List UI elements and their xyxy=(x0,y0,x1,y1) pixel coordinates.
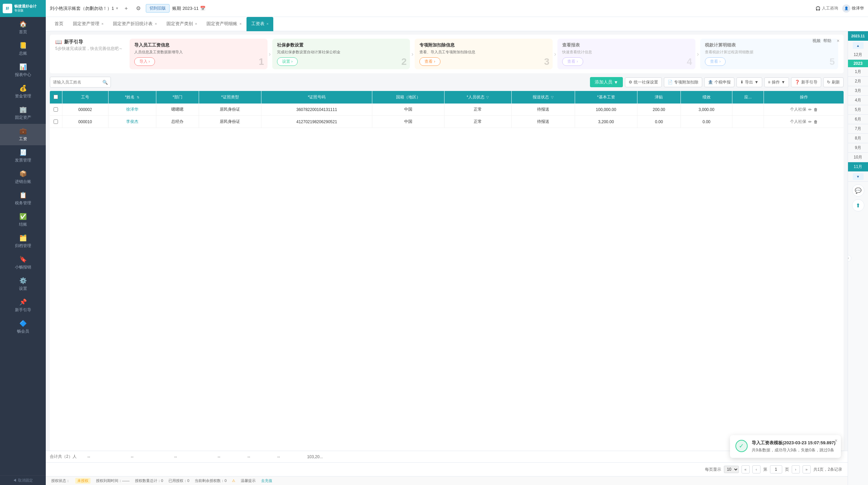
page-next-btn[interactable]: › xyxy=(792,465,800,473)
tab-home[interactable]: 首页 xyxy=(50,17,68,31)
tab-fixed-assets-close[interactable]: × xyxy=(101,22,103,26)
sidebar-item-home[interactable]: 🏠 首页 xyxy=(0,17,46,38)
step-4-btn[interactable]: 查看 › xyxy=(562,57,583,66)
newguide-label: 新手引导 xyxy=(801,79,817,85)
sidebar-label-archive: 归档管理 xyxy=(15,243,31,249)
page-last-btn[interactable]: » xyxy=(803,465,811,473)
period-info: 授权到期时间：—— xyxy=(96,478,130,483)
panel-expand-btn[interactable]: « xyxy=(848,255,851,262)
cal-month-2[interactable]: 2月 xyxy=(848,77,868,86)
cal-down-btn[interactable]: ▼ xyxy=(853,173,864,180)
service-btn[interactable]: 🎧 人工咨询 xyxy=(815,5,838,11)
sidebar-item-tax[interactable]: 📋 税务管理 xyxy=(0,188,46,209)
sidebar-item-ledger[interactable]: 📒 总账 xyxy=(0,38,46,60)
guide-close-btn[interactable]: × xyxy=(837,38,840,43)
supplement-btn[interactable]: 📄 专项附加扣除 xyxy=(664,77,702,87)
newguide-btn[interactable]: ❓ 新手引导 xyxy=(791,77,821,87)
sidebar-item-archive[interactable]: 🗂️ 归档管理 xyxy=(0,231,46,252)
sidebar-item-payroll[interactable]: 💼 工资 xyxy=(0,124,46,145)
name-sort-icon[interactable]: ⇅ xyxy=(137,95,139,99)
row1-edit-btn[interactable]: ✏ xyxy=(808,107,812,112)
account-selector[interactable]: 刘小艳演示账套（勿删勿动！）1 ▼ xyxy=(50,5,119,12)
tab-fixed-assets[interactable]: 固定资产管理 × xyxy=(68,17,108,31)
row1-check[interactable] xyxy=(54,107,58,112)
search-input[interactable] xyxy=(53,80,100,85)
tab-category[interactable]: 固定资产类别 × xyxy=(162,17,202,31)
sidebar-label-settings: 设置 xyxy=(19,286,27,292)
cal-month-9[interactable]: 9月 xyxy=(848,143,868,153)
page-input[interactable] xyxy=(770,465,782,473)
th-checkbox xyxy=(50,91,62,104)
panel-icon-2[interactable]: ⬆ xyxy=(852,199,864,211)
sidebar-item-expense[interactable]: 🔖 小畅报销 xyxy=(0,252,46,274)
select-all-checkbox[interactable] xyxy=(54,95,58,99)
tab-payroll[interactable]: 工资表 × xyxy=(246,17,273,31)
row2-name-link[interactable]: 李俊杰 xyxy=(126,119,138,124)
tab-detail[interactable]: 固定资产明细账 × xyxy=(202,17,246,31)
cal-month-5[interactable]: 5月 xyxy=(848,105,868,115)
recharge-link[interactable]: 去充值 xyxy=(261,478,272,483)
cancel-fixed-btn[interactable]: ◀ 取消固定 xyxy=(0,475,46,485)
pagination-bar: 每页显示 10 20 50 « ‹ 第 页 › » 共1页，2条记录 xyxy=(46,462,848,476)
page-first-btn[interactable]: « xyxy=(742,465,750,473)
help-link[interactable]: 帮助 xyxy=(823,38,831,44)
step-1-btn[interactable]: 导入 › xyxy=(134,57,155,66)
right-panel: « 2023.11 ▲ 12月 2023 1月 2月 3月 4月 5月 6月 7… xyxy=(848,31,868,485)
sidebar-item-reports[interactable]: 📊 报表中心 xyxy=(0,60,46,81)
operation-btn[interactable]: ≡ 操作 ▼ xyxy=(764,77,789,87)
logo-name: 畅捷通好会计 xyxy=(14,4,37,8)
step-5-btn[interactable]: 查看 › xyxy=(705,57,726,66)
report-status-filter-icon[interactable]: ▽ xyxy=(551,95,554,99)
cal-month-1[interactable]: 1月 xyxy=(848,67,868,77)
export-btn[interactable]: ⬇ 导出 ▼ xyxy=(736,77,762,87)
tab-depreciation-close[interactable]: × xyxy=(155,22,157,26)
cal-month-8[interactable]: 8月 xyxy=(848,134,868,143)
add-person-btn[interactable]: 添加人员 ▼ xyxy=(590,77,623,87)
cal-up-btn[interactable]: ▲ xyxy=(853,42,864,49)
cal-month-4[interactable]: 4月 xyxy=(848,96,868,105)
row1-delete-btn[interactable]: 🗑 xyxy=(814,107,818,112)
cal-month-11[interactable]: 11月 xyxy=(848,162,868,172)
step-3-btn[interactable]: 查看 › xyxy=(419,57,440,66)
sidebar-item-funds[interactable]: 💰 资金管理 xyxy=(0,81,46,102)
row2-check[interactable] xyxy=(54,119,58,124)
cal-month-12[interactable]: 12月 xyxy=(848,50,868,60)
tax-btn[interactable]: 🏦 个税申报 xyxy=(704,77,734,87)
sidebar-item-settlement[interactable]: ✅ 结账 xyxy=(0,209,46,231)
tab-payroll-close[interactable]: × xyxy=(267,22,269,26)
cal-month-7[interactable]: 7月 xyxy=(848,124,868,134)
page-size-select[interactable]: 10 20 50 xyxy=(724,466,739,473)
settings-gear-btn[interactable]: ⚙ xyxy=(134,4,143,13)
row2-delete-btn[interactable]: 🗑 xyxy=(814,119,818,124)
sidebar-item-inventory[interactable]: 📦 进销台账 xyxy=(0,167,46,188)
video-link[interactable]: 视频 xyxy=(812,38,821,44)
sidebar-label-settlement: 结账 xyxy=(19,222,27,227)
sidebar-item-member[interactable]: 🔷 畅会员 xyxy=(0,316,46,338)
tab-category-close[interactable]: × xyxy=(195,22,197,26)
sidebar-item-invoices[interactable]: 🧾 发票管理 xyxy=(0,145,46,167)
used-auth: 已用授权：0 xyxy=(169,478,189,483)
sidebar-item-newguide[interactable]: 📌 新手引导 xyxy=(0,295,46,316)
tab-depreciation[interactable]: 固定资产折旧统计表 × xyxy=(108,17,161,31)
sidebar-item-assets[interactable]: 🏢 固定资产 xyxy=(0,102,46,124)
step-2-btn[interactable]: 设置 › xyxy=(277,57,298,66)
panel-icon-1[interactable]: 💬 xyxy=(852,184,864,197)
page-prev-btn[interactable]: ‹ xyxy=(752,465,761,473)
sidebar-label-invoices: 发票管理 xyxy=(15,157,31,163)
row2-edit-btn[interactable]: ✏ xyxy=(808,119,812,124)
sidebar-item-settings[interactable]: ⚙️ 设置 xyxy=(0,274,46,295)
cal-month-3[interactable]: 3月 xyxy=(848,86,868,96)
user-menu[interactable]: 👤 徐泽华 xyxy=(842,4,864,13)
guide-links: 视频 帮助 xyxy=(812,38,831,44)
version-switch-btn[interactable]: 切到旧版 xyxy=(146,4,170,13)
tab-detail-close[interactable]: × xyxy=(239,22,241,26)
logo-icon: 好 xyxy=(3,4,12,13)
row1-name-link[interactable]: 徐泽华 xyxy=(126,107,138,112)
status-filter-icon[interactable]: ▽ xyxy=(486,95,489,99)
toast-close-btn[interactable]: × xyxy=(835,438,837,443)
cal-month-6[interactable]: 6月 xyxy=(848,115,868,124)
refresh-btn[interactable]: ↻ 刷新 xyxy=(823,77,844,87)
add-account-btn[interactable]: + xyxy=(121,4,131,13)
cal-month-10[interactable]: 10月 xyxy=(848,153,868,162)
social-btn[interactable]: ⚙ 统一社保设置 xyxy=(625,77,662,87)
